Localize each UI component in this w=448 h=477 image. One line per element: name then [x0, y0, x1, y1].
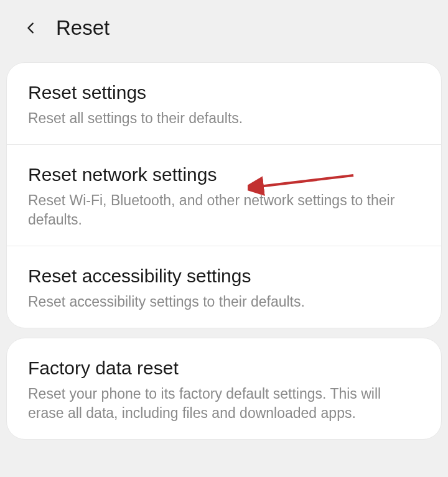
setting-description: Reset your phone to its factory default … [28, 384, 420, 423]
setting-description: Reset all settings to their defaults. [28, 109, 420, 128]
setting-title: Factory data reset [28, 357, 420, 379]
setting-description: Reset accessibility settings to their de… [28, 292, 420, 312]
setting-title: Reset accessibility settings [28, 265, 420, 287]
factory-data-reset-item[interactable]: Factory data reset Reset your phone to i… [7, 338, 441, 439]
settings-group-1: Reset settings Reset all settings to the… [6, 62, 442, 328]
reset-accessibility-settings-item[interactable]: Reset accessibility settings Reset acces… [7, 246, 441, 328]
setting-description: Reset Wi-Fi, Bluetooth, and other networ… [28, 191, 420, 229]
page-header: Reset [0, 0, 448, 56]
reset-settings-item[interactable]: Reset settings Reset all settings to the… [7, 63, 441, 145]
settings-group-2: Factory data reset Reset your phone to i… [6, 338, 442, 440]
setting-title: Reset settings [28, 81, 420, 104]
back-icon[interactable] [24, 21, 39, 35]
reset-network-settings-item[interactable]: Reset network settings Reset Wi-Fi, Blue… [7, 145, 441, 246]
setting-title: Reset network settings [28, 164, 420, 186]
page-title: Reset [56, 16, 110, 40]
